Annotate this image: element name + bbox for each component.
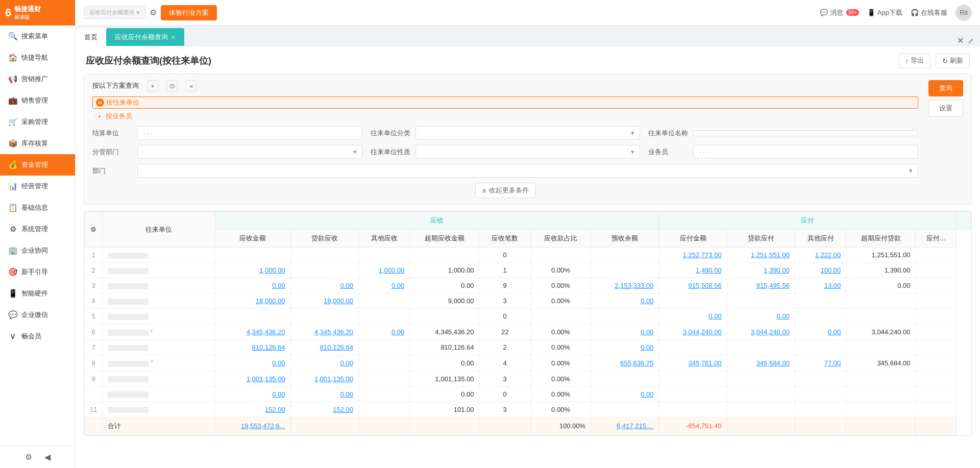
sidebar-item-system[interactable]: ⚙ 系统管理	[0, 218, 75, 240]
row-num: 6	[85, 324, 103, 340]
tab-controls: ✕ ⤢	[957, 36, 980, 45]
sidebar-item-finance[interactable]: 💰 资金管理	[0, 154, 75, 176]
refresh-icon: ↻	[942, 57, 948, 65]
close-icon[interactable]: ✕	[171, 34, 176, 41]
online-service-btn[interactable]: 🎧 在线客服	[911, 8, 947, 17]
sidebar-settings-icon[interactable]: ⚙	[25, 452, 32, 462]
row-ar-overdue: 101.00	[410, 402, 479, 417]
row-ap-other	[795, 371, 846, 386]
sidebar-item-guide[interactable]: 🎯 新手引导	[0, 261, 75, 283]
row-ap-other	[795, 309, 846, 324]
dept-manager-select[interactable]: ▾	[137, 145, 362, 159]
row-ar-prepay	[591, 402, 659, 417]
tab-close-all-icon[interactable]: ✕	[957, 36, 964, 45]
breadcrumb: 应收应付余额查询 ▾	[84, 6, 145, 19]
table-row: 8 P 0.00 0.00 0.00 4 0.00% 655,636.75 34…	[85, 355, 971, 371]
sidebar-item-inventory[interactable]: 📦 库存核算	[0, 133, 75, 154]
query-btn[interactable]: 查询	[928, 80, 963, 96]
row-ar-overdue	[410, 309, 479, 324]
page-content: 应收应付余额查询(按往来单位) ↑ 导出 ↻ 刷新 按以下方案查询 +	[76, 46, 980, 468]
col-ap-more: 应付...	[916, 230, 957, 248]
row-ar-ratio	[530, 309, 591, 324]
dept-manager-label: 分管部门	[92, 147, 133, 157]
inventory-icon: 📦	[8, 139, 17, 148]
col-settings[interactable]: ⚙	[85, 212, 103, 248]
footer-ap-more	[916, 417, 957, 435]
row-ar-other	[358, 293, 409, 309]
scheme-by-salesman[interactable]: ● 按业务员	[92, 111, 918, 122]
tab-arlist[interactable]: 应收应付余额查询 ✕	[106, 28, 184, 46]
row-ap-loan	[727, 340, 795, 355]
scheme-salesman-label: 按业务员	[106, 112, 132, 121]
message-btn[interactable]: 💬 消息 99+	[820, 8, 859, 17]
table-row: 9 1,001,135.00 1,001,135.00 1,001,135.00…	[85, 371, 971, 386]
footer-ar-prepay[interactable]: 6,417,215....	[591, 417, 659, 435]
sidebar-item-hardware[interactable]: 📱 智能硬件	[0, 283, 75, 304]
table-settings-icon[interactable]: ⚙	[90, 226, 96, 233]
row-partner	[103, 248, 215, 263]
col-ap-other: 其他应付	[795, 230, 846, 248]
row-ap-other: 1,222.00	[795, 248, 846, 263]
row-ar-ratio: 0.00%	[530, 293, 591, 309]
dept-select[interactable]: ▾	[137, 164, 918, 178]
salesman-label: 业务员	[648, 147, 689, 157]
member-icon: V	[8, 332, 17, 341]
more-scheme-icon[interactable]: «	[186, 80, 197, 91]
collapse-btn[interactable]: ∧ 收起更多条件	[475, 183, 535, 198]
row-ar-prepay	[591, 309, 659, 324]
row-ar-count: 0	[479, 248, 530, 263]
sidebar-item-operation[interactable]: 📊 经营管理	[0, 176, 75, 197]
row-num: 4	[85, 293, 103, 309]
footer-settings	[85, 417, 103, 435]
unit-category-select[interactable]: ▾	[415, 126, 641, 140]
row-ar-loan: 1,001,135.00	[290, 371, 358, 386]
unit-name-input[interactable]	[693, 130, 918, 136]
tab-home[interactable]: 首页	[76, 28, 106, 46]
tab-fullscreen-icon[interactable]: ⤢	[968, 37, 974, 45]
scheme-by-partner[interactable]: W 按往来单位	[92, 96, 918, 109]
add-scheme-icon[interactable]: +	[147, 80, 158, 91]
row-num: 3	[85, 278, 103, 293]
row-ap-overdue	[846, 340, 916, 355]
sidebar-label-quick: 快捷导航	[21, 53, 48, 62]
settlement-unit-input[interactable]: ···	[137, 126, 362, 140]
footer-ar-amount[interactable]: 19,553,472,6...	[215, 417, 290, 435]
refresh-btn[interactable]: ↻ 刷新	[936, 53, 970, 68]
search-icon: 🔍	[8, 32, 17, 41]
row-ap-more	[916, 386, 957, 402]
unit-nature-select[interactable]: ▾	[415, 145, 641, 159]
header-left: 应收应付余额查询 ▾ ⚙ 体验行业方案	[84, 5, 814, 20]
salesman-input[interactable]: ···	[693, 145, 918, 159]
row-num: 1	[85, 248, 103, 263]
industry-btn[interactable]: 体验行业方案	[161, 5, 217, 20]
sidebar-item-marketing[interactable]: 📢 营销推广	[0, 68, 75, 90]
table-footer-row: 合计 19,553,472,6... 100.00% 6,417,215....…	[85, 417, 971, 435]
row-ar-amount: 18,000.00	[215, 293, 290, 309]
settings-btn[interactable]: 设置	[928, 100, 963, 117]
row-ar-ratio: 0.00%	[530, 263, 591, 278]
sidebar-item-wechat[interactable]: 💬 企业微信	[0, 304, 75, 326]
sidebar-item-quick[interactable]: 🏠 快捷导航	[0, 47, 75, 68]
gear-icon[interactable]: ⚙	[150, 8, 157, 17]
sidebar-item-purchase[interactable]: 🛒 采购管理	[0, 111, 75, 133]
sidebar-item-search[interactable]: 🔍 搜索菜单	[0, 26, 75, 47]
row-ar-count: 1	[479, 263, 530, 278]
row-ap-more	[916, 371, 957, 386]
export-btn[interactable]: ↑ 导出	[899, 53, 931, 68]
edit-scheme-icon[interactable]: ⊙	[166, 80, 178, 91]
user-avatar[interactable]: Rit	[955, 5, 972, 21]
filter-row-1: 结算单位 ··· 往来单位分类 ▾	[92, 126, 918, 140]
message-icon: 💬	[820, 9, 828, 16]
sidebar-item-member[interactable]: V 畅会员	[0, 326, 75, 347]
sidebar-item-basic[interactable]: 📋 基础信息	[0, 197, 75, 218]
app-download-btn[interactable]: 📱 App下载	[867, 8, 902, 17]
row-ap-other: 13.00	[795, 278, 846, 293]
unit-nature-label: 往来单位性质	[371, 147, 411, 157]
chevron-down-icon4: ▾	[909, 167, 913, 175]
col-partner: 往来单位	[103, 212, 215, 248]
sidebar-item-enterprise[interactable]: 🏢 企业协同	[0, 240, 75, 261]
row-ar-loan: 18,000.00	[290, 293, 358, 309]
sidebar-collapse-icon[interactable]: ◀	[44, 452, 51, 462]
filter-tools-row: 按以下方案查询 + ⊙ «	[92, 80, 918, 91]
sidebar-item-sales[interactable]: 💼 销售管理	[0, 90, 75, 111]
